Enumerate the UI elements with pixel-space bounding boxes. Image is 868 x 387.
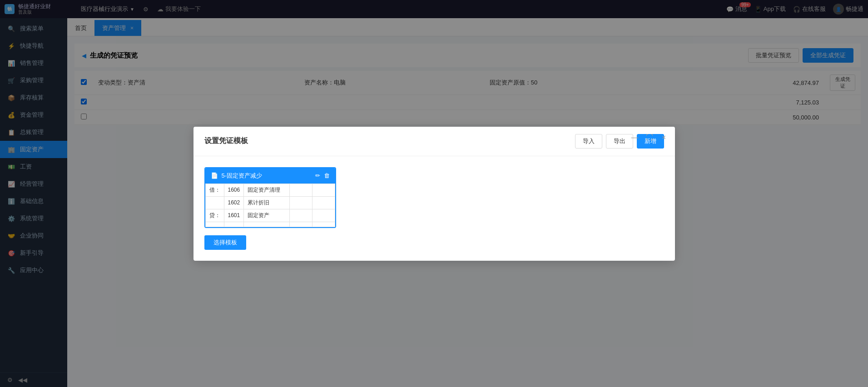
template-entry-row xyxy=(205,222,335,227)
window-controls: — ⛶ × xyxy=(629,131,670,144)
import-button[interactable]: 导入 xyxy=(575,134,602,149)
modal-title: 设置凭证模板 xyxy=(204,136,248,146)
template-entry-row: 借： 1606 固定资产清理 xyxy=(205,184,335,196)
template-card-actions: ✏ 🗑 xyxy=(315,172,330,179)
template-card-title-area: 📄 5-固定资产减少 xyxy=(211,172,263,180)
template-entry-row: 贷： 1601 固定资产 xyxy=(205,209,335,222)
select-template-button[interactable]: 选择模板 xyxy=(204,235,246,250)
template-delete-icon[interactable]: 🗑 xyxy=(324,172,330,179)
content-area: ◀ 生成的凭证预览 批量凭证预览 全部生成凭证 xyxy=(67,36,868,387)
modal-close-button[interactable]: × xyxy=(658,131,670,144)
modal-dialog: — ⛶ × 设置凭证模板 导入 xyxy=(193,127,675,261)
modal-body: 📄 5-固定资产减少 ✏ 🗑 xyxy=(193,156,675,261)
template-entries-table: 借： 1606 固定资产清理 xyxy=(205,184,335,227)
modal-minimize-button[interactable]: — xyxy=(629,131,641,144)
template-doc-icon: 📄 xyxy=(211,172,218,179)
modal-maximize-button[interactable]: ⛶ xyxy=(643,131,656,144)
modal-header: 设置凭证模板 导入 导出 新增 xyxy=(193,127,675,156)
template-card: 📄 5-固定资产减少 ✏ 🗑 xyxy=(204,167,336,228)
template-card-body: 借： 1606 固定资产清理 xyxy=(205,184,335,227)
template-entry-row: 1602 累计折旧 xyxy=(205,196,335,209)
template-card-header: 📄 5-固定资产减少 ✏ 🗑 xyxy=(205,168,335,184)
modal-overlay: — ⛶ × 设置凭证模板 导入 xyxy=(67,36,868,387)
page-area: 首页 资产管理 × ◀ 生成的凭证预览 批量凭证预览 全部生成凭 xyxy=(67,18,868,387)
template-name: 5-固定资产减少 xyxy=(222,172,263,180)
template-edit-icon[interactable]: ✏ xyxy=(315,172,320,179)
